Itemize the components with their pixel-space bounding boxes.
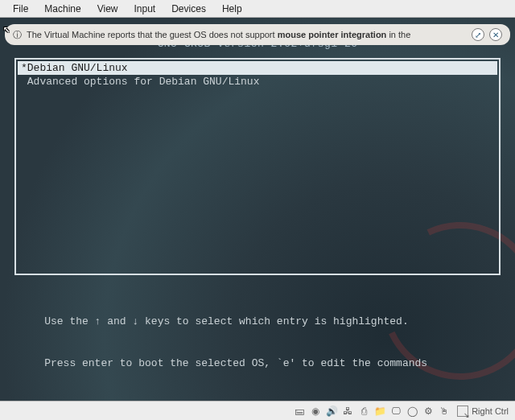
grub-screen: GNU GRUB version 2.02+dfsg1-20 *Debian G…	[0, 37, 515, 420]
notification-close-button[interactable]: ✕	[489, 28, 502, 41]
grub-entry-debian[interactable]: *Debian GNU/Linux	[18, 61, 497, 76]
cpu-icon[interactable]: ⚙	[422, 405, 435, 418]
grub-entry-advanced[interactable]: Advanced options for Debian GNU/Linux	[18, 75, 497, 89]
menu-view[interactable]: View	[89, 2, 126, 16]
display-icon[interactable]: 🖵	[389, 405, 402, 418]
network-icon[interactable]: 🖧	[341, 405, 354, 418]
menu-devices[interactable]: Devices	[163, 2, 214, 16]
menu-machine[interactable]: Machine	[36, 2, 89, 16]
optical-disk-icon[interactable]: ◉	[309, 405, 322, 418]
grub-hint-line: Press enter to boot the selected OS, `e'…	[19, 356, 496, 371]
grub-hint-line: Use the ↑ and ↓ keys to select which ent…	[19, 315, 496, 329]
notification-expand-button[interactable]: ⤢	[472, 28, 484, 41]
grub-menu-box[interactable]: *Debian GNU/Linux Advanced options for D…	[14, 58, 501, 275]
usb-icon[interactable]: ⎙	[357, 405, 370, 418]
recording-icon[interactable]: ◯	[406, 405, 418, 418]
menu-help[interactable]: Help	[214, 2, 250, 16]
mouse-cursor-icon: ↖	[3, 22, 10, 35]
vm-menubar: File Machine View Input Devices Help	[0, 0, 515, 18]
mouse-integration-icon[interactable]: 🖱	[438, 405, 451, 418]
hostkey-indicator-icon	[457, 406, 468, 417]
vm-statusbar: 🖴 ◉ 🔊 🖧 ⎙ 📁 🖵 ◯ ⚙ 🖱 Right Ctrl	[0, 401, 515, 420]
shared-folders-icon[interactable]: 📁	[373, 405, 386, 418]
menu-file[interactable]: File	[5, 2, 36, 16]
notification-bar: ⓘ The Virtual Machine reports that the g…	[5, 24, 510, 45]
audio-icon[interactable]: 🔊	[325, 405, 338, 418]
info-icon: ⓘ	[13, 29, 22, 41]
notification-text: The Virtual Machine reports that the gue…	[27, 30, 467, 39]
hostkey-label: Right Ctrl	[472, 406, 509, 416]
menu-input[interactable]: Input	[126, 2, 164, 16]
hard-disk-icon[interactable]: 🖴	[293, 405, 306, 418]
